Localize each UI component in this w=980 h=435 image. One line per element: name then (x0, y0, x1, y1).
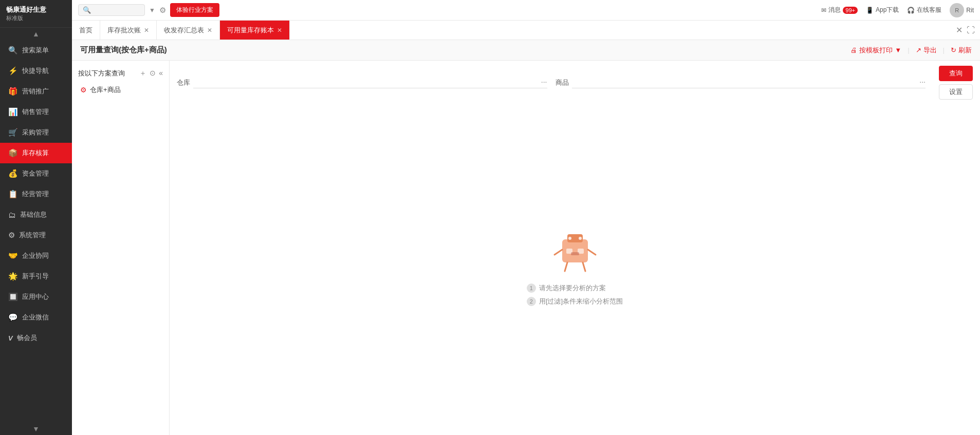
filter-settings-icon[interactable]: ⊙ (150, 69, 156, 78)
topbar-gear-icon[interactable]: ⚙ (159, 6, 166, 15)
sidebar-scroll-down[interactable]: ▼ (0, 423, 72, 435)
sidebar-item-shortcut[interactable]: ⚡ 快捷导航 (0, 61, 72, 81)
tab-available-ledger[interactable]: 可用量库存账本 ✕ (220, 21, 290, 40)
sidebar-item-inventory[interactable]: 📦 库存核算 (0, 143, 72, 163)
sidebar-item-label: 畅会员 (17, 333, 37, 343)
print-label: 按模板打印 (859, 46, 893, 55)
sidebar-item-purchase[interactable]: 🛒 采购管理 (0, 122, 72, 143)
topbar-right-actions: ✉ 消息 99+ 📱 App下载 🎧 在线客服 R Rit (821, 3, 974, 17)
system-icon: ⚙ (8, 231, 15, 240)
notification-button[interactable]: ✉ 消息 99+ (821, 6, 858, 14)
sidebar-item-label: 搜索菜单 (22, 46, 49, 55)
tip-num-2: 2 (527, 297, 536, 306)
sidebar-item-marketing[interactable]: 🎁 营销推广 (0, 81, 72, 102)
warehouse-input[interactable] (193, 78, 541, 85)
refresh-action[interactable]: ↻ 刷新 (951, 46, 972, 55)
topbar-search-box[interactable]: 🔍 (78, 4, 145, 16)
basic-icon: 🗂 (8, 211, 16, 219)
sidebar-item-sales[interactable]: 📊 销售管理 (0, 102, 72, 122)
tab-batch-ledger-close[interactable]: ✕ (144, 27, 149, 34)
sidebar-item-label: 库存核算 (22, 148, 49, 158)
empty-tips: 1 请先选择要分析的方案 2 用[过滤]条件来缩小分析范围 (527, 283, 623, 306)
notification-icon: ✉ (821, 7, 826, 14)
appstore-icon: 🔲 (8, 292, 18, 301)
tab-batch-ledger[interactable]: 库存批次账 ✕ (100, 21, 157, 40)
tip-text-2: 用[过滤]条件来缩小分析范围 (539, 297, 623, 306)
search-icon: 🔍 (8, 46, 18, 55)
shortcut-icon: ⚡ (8, 66, 18, 75)
sidebar-item-wechat[interactable]: 💬 企业微信 (0, 307, 72, 328)
search-input[interactable] (93, 7, 134, 14)
product-input[interactable] (572, 78, 920, 85)
filter-collapse-icon[interactable]: « (159, 69, 163, 78)
sidebar-item-newbie[interactable]: 🌟 新手引导 (0, 266, 72, 287)
tab-available-ledger-label: 可用量库存账本 (227, 26, 274, 35)
sidebar-scroll-up[interactable]: ▲ (0, 28, 72, 40)
query-button[interactable]: 查询 (939, 66, 973, 81)
svg-line-10 (583, 262, 585, 271)
sidebar-item-finance[interactable]: 💰 资金管理 (0, 163, 72, 184)
export-action[interactable]: ↗ 导出 (916, 46, 937, 55)
empty-tip-1: 1 请先选择要分析的方案 (527, 283, 623, 293)
svg-line-7 (554, 250, 562, 255)
tabbar-actions: ✕ ⛶ (951, 21, 980, 40)
query-btn-group: 查询 设置 (939, 66, 973, 100)
query-row: 仓库 ··· 商品 ··· 查询 设置 (177, 66, 973, 100)
topbar-dropdown-arrow[interactable]: ▼ (149, 7, 155, 14)
tab-receive-summary-label: 收发存汇总表 (164, 26, 204, 35)
product-more-btn[interactable]: ··· (919, 78, 926, 86)
inventory-icon: 📦 (8, 148, 18, 158)
separator2: | (943, 46, 945, 54)
tab-receive-summary[interactable]: 收发存汇总表 ✕ (157, 21, 220, 40)
filter-item-warehouse-product[interactable]: ⚙ 仓库+商品 (72, 81, 169, 99)
sidebar-item-system[interactable]: ⚙ 系统管理 (0, 225, 72, 245)
sidebar-item-enterprise[interactable]: 🤝 企业协同 (0, 245, 72, 266)
page-title: 可用量查询(按仓库+商品) (80, 45, 167, 55)
tab-home[interactable]: 首页 (72, 21, 100, 40)
page-header-right: 🖨 按模板打印 ▼ | ↗ 导出 | ↻ 刷新 (850, 46, 972, 55)
print-action[interactable]: 🖨 按模板打印 ▼ (850, 46, 901, 55)
filter-add-icon[interactable]: ＋ (139, 69, 146, 78)
sidebar-item-label: 营销推广 (22, 87, 49, 96)
tabbar: 首页 库存批次账 ✕ 收发存汇总表 ✕ 可用量库存账本 ✕ ✕ ⛶ (72, 21, 980, 40)
industry-solution-button[interactable]: 体验行业方案 (170, 3, 219, 17)
fullscreen-icon[interactable]: ⛶ (967, 26, 975, 35)
sidebar-item-basic[interactable]: 🗂 基础信息 (0, 204, 72, 225)
print-icon: 🖨 (850, 46, 857, 54)
online-service-button[interactable]: 🎧 在线客服 (907, 6, 941, 14)
svg-point-2 (568, 237, 571, 240)
product-field: 商品 ··· (556, 78, 926, 88)
sidebar-item-operation[interactable]: 📋 经营管理 (0, 184, 72, 204)
user-profile[interactable]: R Rit (950, 3, 974, 17)
print-dropdown-icon[interactable]: ▼ (895, 46, 901, 54)
operation-icon: 📋 (8, 190, 18, 199)
enterprise-icon: 🤝 (8, 251, 18, 260)
tab-available-ledger-close[interactable]: ✕ (277, 27, 282, 34)
sidebar-item-label: 系统管理 (19, 231, 46, 240)
service-icon: 🎧 (907, 7, 915, 14)
app-icon: 📱 (866, 7, 874, 14)
online-service-label: 在线客服 (917, 6, 941, 14)
close-all-icon[interactable]: ✕ (956, 25, 963, 35)
warehouse-input-wrap: ··· (193, 78, 547, 88)
sidebar-item-member[interactable]: V 畅会员 (0, 328, 72, 348)
setting-button[interactable]: 设置 (939, 84, 973, 100)
warehouse-more-btn[interactable]: ··· (541, 78, 547, 86)
tip-text-1: 请先选择要分析的方案 (539, 283, 606, 293)
filter-header-label: 按以下方案查询 (78, 69, 125, 78)
sidebar-item-search[interactable]: 🔍 搜索菜单 (0, 40, 72, 61)
app-download-button[interactable]: 📱 App下载 (866, 6, 899, 14)
sidebar: 畅康通好生意 标准版 ▲ 🔍 搜索菜单 ⚡ 快捷导航 🎁 营销推广 📊 销售管理… (0, 0, 72, 435)
tip-num-1: 1 (527, 283, 536, 293)
empty-illustration (549, 224, 601, 275)
sidebar-item-appstore[interactable]: 🔲 应用中心 (0, 287, 72, 307)
empty-tip-2: 2 用[过滤]条件来缩小分析范围 (527, 297, 623, 306)
svg-rect-0 (562, 239, 588, 262)
refresh-label: 刷新 (958, 46, 972, 55)
sidebar-logo: 畅康通好生意 标准版 (0, 0, 72, 28)
sidebar-item-label: 经营管理 (22, 190, 49, 199)
tab-receive-summary-close[interactable]: ✕ (207, 27, 212, 34)
tab-batch-ledger-label: 库存批次账 (107, 26, 141, 35)
refresh-icon: ↻ (951, 46, 956, 54)
brand-sub: 标准版 (6, 14, 66, 22)
